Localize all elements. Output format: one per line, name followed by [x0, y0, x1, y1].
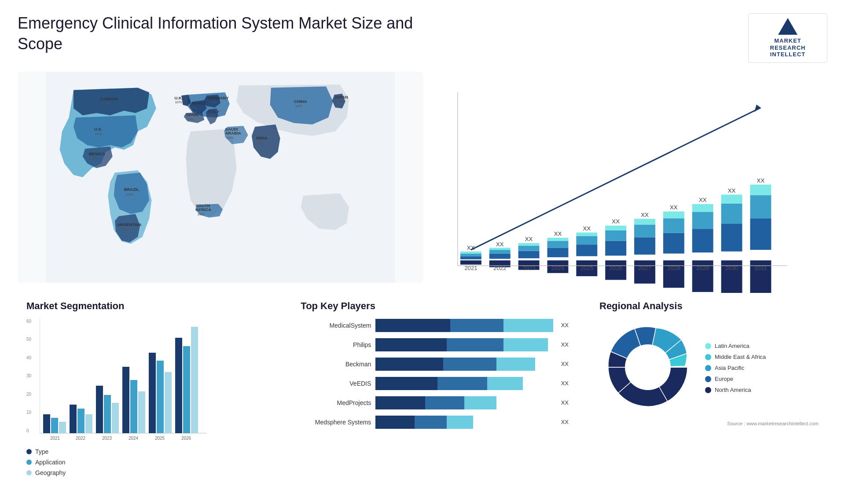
- player-bar-dark: [375, 396, 425, 409]
- player-bar-dark: [375, 377, 437, 390]
- middle-east-dot: [705, 354, 711, 360]
- svg-text:BRAZIL: BRAZIL: [124, 187, 140, 192]
- logo-text: MARKET RESEARCH INTELLECT: [770, 37, 806, 58]
- player-bar-light: [503, 319, 553, 332]
- svg-rect-125: [175, 338, 182, 433]
- svg-rect-88: [721, 223, 742, 251]
- application-dot: [26, 460, 32, 465]
- svg-rect-69: [634, 260, 655, 284]
- svg-text:2024: 2024: [129, 436, 139, 441]
- player-row-beckman: Beckman XX: [301, 358, 569, 371]
- svg-text:XX: XX: [699, 197, 707, 203]
- svg-rect-70: [634, 237, 655, 255]
- svg-rect-117: [122, 367, 129, 433]
- top-section: CANADA xx% U.S. xx% MEXICO xx% BRAZIL xx…: [18, 72, 827, 283]
- svg-text:XX: XX: [641, 211, 649, 218]
- legend-middle-east: Middle East & Africa: [705, 354, 766, 360]
- svg-rect-90: [721, 194, 742, 203]
- regional-legend: Latin America Middle East & Africa Asia …: [705, 343, 766, 393]
- svg-text:XX: XX: [612, 218, 620, 225]
- svg-rect-105: [43, 414, 50, 433]
- player-bar-light: [487, 377, 523, 390]
- svg-rect-52: [547, 248, 568, 257]
- player-row-medicalsystem: MedicalSystem XX: [301, 319, 569, 332]
- svg-rect-94: [750, 218, 771, 250]
- svg-text:ITALY: ITALY: [208, 109, 220, 114]
- svg-rect-113: [96, 386, 103, 433]
- page-header: Emergency Clinical Information System Ma…: [18, 13, 827, 63]
- player-bar-dark: [375, 338, 446, 351]
- svg-rect-66: [605, 226, 626, 230]
- europe-dot: [705, 376, 711, 382]
- donut-container: Latin America Middle East & Africa Asia …: [599, 319, 819, 417]
- svg-text:ARABIA: ARABIA: [225, 131, 241, 135]
- player-bar-light: [464, 396, 496, 409]
- svg-text:xx%: xx%: [209, 100, 217, 104]
- page-title: Emergency Clinical Information System Ma…: [18, 13, 414, 55]
- svg-rect-110: [77, 409, 84, 433]
- svg-text:XX: XX: [757, 177, 765, 184]
- svg-text:AFRICA: AFRICA: [196, 207, 212, 212]
- svg-text:xx%: xx%: [295, 104, 302, 108]
- svg-text:xx%: xx%: [90, 156, 97, 161]
- world-map: CANADA xx% U.S. xx% MEXICO xx% BRAZIL xx…: [18, 72, 423, 283]
- svg-text:INDIA: INDIA: [256, 135, 268, 140]
- svg-rect-59: [576, 236, 597, 245]
- svg-rect-115: [112, 403, 119, 433]
- svg-text:XX: XX: [670, 204, 678, 211]
- player-bar-mid: [425, 396, 464, 409]
- svg-rect-77: [663, 218, 684, 233]
- player-row-philips: Philips XX: [301, 338, 569, 351]
- legend-type: Type: [26, 448, 270, 455]
- svg-rect-36: [460, 251, 481, 253]
- svg-rect-84: [692, 204, 713, 212]
- svg-text:CANADA: CANADA: [100, 96, 118, 101]
- svg-rect-53: [547, 241, 568, 248]
- svg-rect-126: [183, 346, 190, 433]
- svg-rect-89: [721, 204, 742, 223]
- market-seg-title: Market Segmentation: [26, 300, 270, 312]
- svg-rect-47: [518, 245, 540, 251]
- svg-rect-109: [70, 405, 77, 433]
- seg-legend: Type Application Geography: [26, 448, 270, 476]
- logo-icon: [778, 18, 797, 35]
- bottom-section: Market Segmentation 60 50 40 30 20 10 0: [18, 296, 827, 489]
- player-bar-mid: [450, 319, 503, 332]
- player-bar-mid: [415, 416, 447, 429]
- market-segmentation: Market Segmentation 60 50 40 30 20 10 0: [18, 296, 279, 489]
- svg-rect-111: [85, 414, 92, 433]
- svg-rect-82: [692, 229, 713, 252]
- svg-text:xx%: xx%: [257, 141, 264, 145]
- svg-rect-72: [634, 219, 655, 224]
- svg-text:XX: XX: [554, 230, 562, 237]
- svg-rect-54: [547, 237, 568, 241]
- player-bar-dark: [375, 319, 450, 332]
- legend-latin-america: Latin America: [705, 343, 766, 349]
- svg-text:U.S.: U.S.: [94, 126, 102, 131]
- svg-text:2026: 2026: [181, 436, 191, 441]
- player-row-medsphere: Medsphere Systems XX: [301, 416, 569, 429]
- svg-rect-41: [489, 250, 511, 253]
- svg-rect-35: [460, 253, 481, 256]
- svg-rect-33: [460, 260, 481, 265]
- svg-text:xx%: xx%: [191, 105, 198, 110]
- bar-chart: XX 2021 XX 2022 XX 2023: [437, 72, 827, 283]
- svg-text:xx%: xx%: [103, 101, 110, 106]
- svg-text:2021: 2021: [50, 436, 60, 441]
- svg-rect-34: [460, 256, 481, 259]
- svg-rect-123: [165, 372, 172, 433]
- player-bar-light: [496, 358, 536, 371]
- svg-text:xx%: xx%: [95, 131, 102, 136]
- player-row-veEdis: VeEDIS XX: [301, 377, 569, 390]
- svg-text:xx%: xx%: [227, 135, 234, 140]
- seg-chart-svg: 2021 2022 2023 2024: [40, 319, 207, 442]
- svg-rect-48: [518, 243, 540, 245]
- legend-application: Application: [26, 459, 270, 466]
- svg-text:xx%: xx%: [209, 113, 216, 118]
- svg-rect-46: [518, 251, 540, 258]
- svg-rect-114: [104, 395, 111, 433]
- logo: MARKET RESEARCH INTELLECT: [748, 13, 827, 63]
- player-bar-dark: [375, 416, 415, 429]
- legend-asia-pacific: Asia Pacific: [705, 365, 766, 371]
- svg-rect-127: [191, 327, 198, 433]
